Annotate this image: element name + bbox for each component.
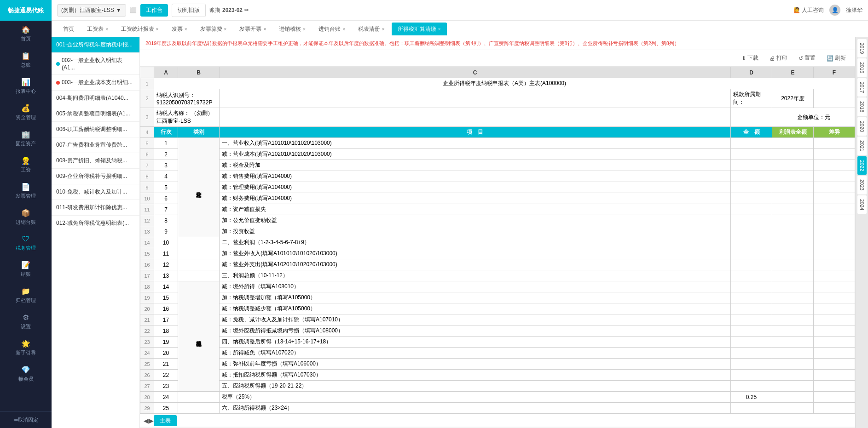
item-cell[interactable]: 加：投资收益: [220, 226, 731, 237]
sidebar-item-close[interactable]: 📝 结账: [0, 256, 52, 282]
tab-income-tax[interactable]: 所得税汇算清缴 ×: [392, 23, 447, 35]
item-cell[interactable]: 六、应纳所得税额（23×24）: [220, 403, 731, 414]
sidebar-item-invoice[interactable]: 📄 发票管理: [0, 178, 52, 204]
profit-cell[interactable]: [772, 182, 814, 193]
year-item-2022[interactable]: 2022: [857, 156, 867, 175]
tab-close-icon[interactable]: ×: [342, 27, 345, 32]
profit-cell[interactable]: [772, 259, 814, 270]
tab-close-icon[interactable]: ×: [156, 27, 159, 32]
item-cell[interactable]: 减：财务费用(填写A104000): [220, 193, 731, 204]
tab-close-icon[interactable]: ×: [382, 27, 385, 32]
item-cell[interactable]: 四、纳税调整后所得（13-14+15-16-17+18）: [220, 337, 731, 348]
item-cell[interactable]: 减：税金及附加: [220, 160, 731, 171]
year-item-2020[interactable]: 2020: [857, 117, 867, 136]
sidebar-item-sales[interactable]: 📦 进销台账: [0, 204, 52, 230]
item-cell[interactable]: 加：公允价值变动收益: [220, 215, 731, 226]
item-cell[interactable]: 三、利润总额（10-11-12）: [220, 270, 731, 281]
profit-cell[interactable]: [772, 314, 814, 325]
diff-cell[interactable]: [814, 270, 855, 281]
amount-cell[interactable]: [731, 303, 772, 314]
left-panel-item-009[interactable]: 009-企业所得税补亏损明细...: [52, 169, 139, 184]
diff-cell[interactable]: [814, 337, 855, 348]
left-panel-item-012[interactable]: 012-减免所得税优惠明细表(...: [52, 216, 139, 231]
sidebar-item-guide[interactable]: 🌟 新手引导: [0, 335, 52, 361]
item-cell[interactable]: 减：所得减免（填写A107020）: [220, 348, 731, 359]
sheet-tab-main[interactable]: 主表: [154, 415, 177, 426]
tab-close-icon[interactable]: ×: [185, 27, 187, 32]
profit-cell[interactable]: [772, 204, 814, 215]
sidebar-item-tax[interactable]: 🛡 税务管理: [0, 230, 52, 256]
profit-cell[interactable]: [772, 248, 814, 259]
tab-ledger[interactable]: 进销台账 ×: [312, 23, 351, 35]
diff-cell[interactable]: [814, 370, 855, 381]
diff-cell[interactable]: [814, 182, 855, 193]
amount-cell[interactable]: [731, 325, 772, 337]
copy-icon[interactable]: ⬜: [130, 7, 137, 13]
diff-cell[interactable]: [814, 226, 855, 237]
amount-cell[interactable]: [731, 237, 772, 248]
left-panel-item-008[interactable]: 008-资产折旧、摊销及纳税...: [52, 153, 139, 169]
diff-cell[interactable]: [814, 204, 855, 215]
item-cell[interactable]: 减：纳税调整减少额（填写A105000）: [220, 303, 731, 314]
sidebar-item-ledger[interactable]: 📋 总账: [0, 47, 52, 73]
diff-cell[interactable]: [814, 138, 855, 149]
left-panel-item-006[interactable]: 006-职工薪酬纳税调整明细...: [52, 122, 139, 137]
tab-tax-list[interactable]: 税表清册 ×: [352, 23, 391, 35]
profit-cell[interactable]: [772, 403, 814, 414]
diff-cell[interactable]: [814, 292, 855, 303]
amount-cell[interactable]: [731, 403, 772, 414]
tab-invoice-calc[interactable]: 发票算费 ×: [194, 23, 233, 35]
diff-cell[interactable]: [814, 325, 855, 337]
diff-cell[interactable]: [814, 193, 855, 204]
left-panel-item-002[interactable]: 002-一般企业收入明细表(A1...: [52, 53, 139, 75]
amount-cell[interactable]: [731, 226, 772, 237]
profit-cell[interactable]: [772, 348, 814, 359]
left-panel-item-011[interactable]: 011-研发费用加计扣除优惠...: [52, 200, 139, 216]
profit-cell[interactable]: [772, 160, 814, 171]
diff-cell[interactable]: [814, 160, 855, 171]
amount-cell[interactable]: [731, 314, 772, 325]
item-cell[interactable]: 减：营业外支出(填写A102010\102020\103000): [220, 259, 731, 270]
diff-cell[interactable]: [814, 237, 855, 248]
amount-cell[interactable]: [731, 370, 772, 381]
diff-cell[interactable]: [814, 403, 855, 414]
profit-cell[interactable]: [772, 226, 814, 237]
diff-cell[interactable]: [814, 171, 855, 182]
item-cell[interactable]: 减：管理费用(填写A104000): [220, 182, 731, 193]
amount-cell[interactable]: [731, 193, 772, 204]
diff-cell[interactable]: [814, 392, 855, 403]
amount-cell[interactable]: [731, 348, 772, 359]
reset-button[interactable]: ↺ 置置: [795, 53, 819, 63]
amount-cell[interactable]: [731, 248, 772, 259]
profit-cell[interactable]: [772, 392, 814, 403]
item-cell[interactable]: 税率（25%）: [220, 392, 731, 403]
tab-close-icon[interactable]: ×: [105, 27, 108, 32]
left-panel-item-001[interactable]: 001-企业所得税年度纳税申报...: [52, 37, 139, 53]
refresh-button[interactable]: 🔄 刷新: [823, 53, 850, 63]
year-item-2023[interactable]: 2023: [857, 176, 867, 194]
sheet-prev-button[interactable]: ◀: [144, 417, 149, 424]
sidebar-item-archive[interactable]: 📁 归档管理: [0, 282, 52, 308]
tab-invoice[interactable]: 发票 ×: [166, 23, 193, 35]
left-panel-item-003[interactable]: 003-一般企业成本支出明细...: [52, 75, 139, 91]
profit-cell[interactable]: [772, 381, 814, 392]
sidebar-item-member[interactable]: 💎 畅会员: [0, 361, 52, 387]
profit-cell[interactable]: [772, 270, 814, 281]
left-panel-item-007[interactable]: 007-广告费和业务宣传费跨...: [52, 137, 139, 153]
profit-cell[interactable]: [772, 215, 814, 226]
tab-salary-stats[interactable]: 工资统计报表 ×: [115, 23, 165, 35]
amount-cell[interactable]: [731, 259, 772, 270]
item-cell[interactable]: 减：弥补以前年度亏损（填写A106000）: [220, 359, 731, 370]
item-cell[interactable]: 减：资产减值损失: [220, 204, 731, 215]
sidebar-footer[interactable]: ⬅取消固定: [0, 411, 52, 428]
diff-cell[interactable]: [814, 381, 855, 392]
diff-cell[interactable]: [814, 303, 855, 314]
left-panel-item-005[interactable]: 005-纳税调整项目明细表(A1...: [52, 106, 139, 122]
amount-cell[interactable]: [731, 337, 772, 348]
year-item-2021[interactable]: 2021: [857, 137, 867, 155]
tab-salary[interactable]: 工资表 ×: [81, 23, 114, 35]
item-cell[interactable]: 减：营业成本(填写A102010\102020\103000): [220, 149, 731, 160]
diff-cell[interactable]: [814, 215, 855, 226]
profit-cell[interactable]: [772, 337, 814, 348]
profit-cell[interactable]: [772, 237, 814, 248]
